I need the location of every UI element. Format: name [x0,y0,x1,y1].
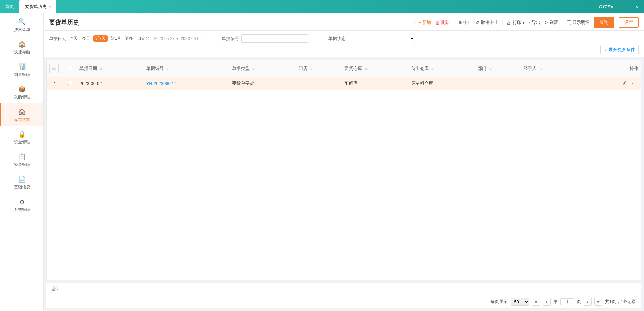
sort-pending-warehouse-icon[interactable]: ⇅ [431,67,434,71]
sidebar-item-inventory[interactable]: 🏠 库存核算 [0,103,43,126]
cell-checkbox[interactable] [63,77,77,90]
settings-button[interactable]: 设置 [619,17,639,28]
sidebar-item-finance[interactable]: 🔒 资金管理 [0,126,43,148]
stop-button[interactable]: ⊗ 中止 [458,19,472,26]
sidebar-item-operations[interactable]: 📋 经营管理 [0,148,43,171]
show-detail-input[interactable] [567,20,571,25]
sort-bill-no-icon[interactable]: ⇅ [166,67,169,71]
page-input[interactable] [560,298,574,305]
add-button[interactable]: ＋ + 新增 [413,19,431,26]
col-bill-type-label: 单据类型 [232,66,250,71]
edit-action-icon[interactable]: 🖊 [621,80,628,87]
col-department-label: 部门 [478,66,486,71]
shortcut-more[interactable]: 更多 [124,35,135,42]
sort-bill-type-icon[interactable]: ⇅ [252,67,255,71]
sort-department-icon[interactable]: ⇅ [489,67,492,71]
divider-1 [454,20,454,25]
data-table: ⚙ 单据日期 ⇅ 单据编号 ⇅ [47,60,641,90]
export-button[interactable]: ↑ 导出 [528,19,541,26]
sidebar-item-inventory-label: 库存核算 [14,117,30,123]
col-store: 门店 ⇅ [296,60,342,77]
status-filter-group: 单据状态 [328,34,415,43]
sidebar: 🔍 搜索菜单 🏠 快捷导航 📊 销售管理 📦 采购管理 🏠 库存核算 🔒 资金管… [0,13,44,311]
stop-icon: ⊗ [458,20,462,25]
first-page-btn[interactable]: « [532,298,540,306]
sort-store-icon[interactable]: ⇅ [310,67,313,71]
quick-nav-icon: 🏠 [18,41,26,48]
refresh-button[interactable]: ↻ 刷新 [544,19,558,26]
tab-bill-history-label: 要货单历史 [25,4,47,10]
expand-button[interactable]: ∨ 展开更多条件 [600,45,639,54]
refresh-icon: ↻ [544,20,548,25]
next-page-btn[interactable]: › [584,298,592,306]
sidebar-item-system[interactable]: ⚙ 系统管理 [0,193,43,216]
table-body: 1 2023-06-02 YH-20230602-4 要货单要货 车间库 原材料… [47,77,641,90]
sidebar-item-quick-nav[interactable]: 🏠 快捷导航 [0,36,43,58]
col-settings[interactable]: ⚙ [47,60,63,77]
sidebar-item-search-menu[interactable]: 🔍 搜索菜单 [0,13,43,36]
footer-summary-label: 合计： [52,286,65,292]
sidebar-item-operations-label: 经营管理 [14,162,30,168]
operations-icon: 📋 [18,153,26,161]
print-icon: 🖨 [507,20,511,25]
bill-no-input[interactable] [241,34,308,43]
print-dropdown-icon[interactable]: ▾ [523,21,524,25]
table-footer: 合计： [46,283,641,295]
bill-no-label: 单据编号 [222,36,239,42]
page-size-select[interactable]: 10 20 50 100 [511,298,529,306]
status-label: 单据状态 [328,36,346,42]
show-detail-checkbox[interactable]: 显示明细 [567,19,590,26]
stop-label: 中止 [463,19,472,26]
sales-icon: 📊 [18,63,26,71]
filter-area: 单据日期 昨天 今天 近7天 近1月 更多 自定义 2023-05-27 至 2… [44,31,644,57]
sidebar-item-search-menu-label: 搜索菜单 [14,27,30,33]
sidebar-item-finance-label: 资金管理 [14,139,30,145]
tab-home[interactable]: 首页 [0,0,19,13]
add-label: + 新增 [419,19,431,26]
col-handler: 经手人 ⇅ [521,60,577,77]
cancel-stop-button[interactable]: ⊘ 取消中止 [476,19,498,26]
maximize-btn[interactable]: □ [628,4,630,9]
sidebar-item-purchase-label: 采购管理 [14,94,30,100]
delete-button[interactable]: 🗑 删除 [435,19,450,26]
query-button[interactable]: 查询 [594,17,614,28]
shortcut-1month[interactable]: 近1月 [110,35,123,42]
minimize-btn[interactable]: — [619,4,623,9]
settings-col-icon[interactable]: ⚙ [49,64,59,73]
delete-icon: 🗑 [435,20,440,25]
col-checkbox[interactable] [63,60,77,77]
select-all-checkbox[interactable] [68,66,72,70]
shortcut-yesterday[interactable]: 昨天 [68,35,79,42]
close-btn[interactable]: ✕ [635,4,639,9]
shortcut-7days[interactable]: 近7天 [93,35,108,42]
delete-action-icon[interactable]: ⋮⋮ [631,80,638,87]
shortcut-today[interactable]: 今天 [80,35,91,42]
print-button[interactable]: 🖨 打印 ▾ [507,19,524,26]
brand-label: OfTEn [599,4,614,9]
sort-handler-icon[interactable]: ⇅ [539,67,542,71]
tab-bill-history[interactable]: 要货单历史 × [19,0,56,13]
status-select[interactable] [348,34,415,43]
content-area: 要货单历史 ＋ + 新增 🗑 删除 ⊗ 中止 ⊘ 取消中止 [44,13,644,311]
window-controls: OfTEn — □ ✕ [594,4,644,9]
col-date-label: 单据日期 [79,66,97,71]
cell-date: 2023-06-02 [77,77,144,90]
toolbar: ＋ + 新增 🗑 删除 ⊗ 中止 ⊘ 取消中止 🖨 [413,17,639,28]
sidebar-item-system-label: 系统管理 [14,207,30,213]
cell-department [475,77,521,90]
finance-icon: 🔒 [18,131,26,138]
expand-row: ∨ 展开更多条件 [49,45,639,54]
shortcut-custom[interactable]: 自定义 [136,35,151,42]
cell-bill-no[interactable]: YH-20230602-4 [144,77,229,90]
sidebar-item-sales[interactable]: 📊 销售管理 [0,58,43,81]
last-page-btn[interactable]: » [594,298,602,306]
row-checkbox[interactable] [68,81,72,85]
close-tab-icon[interactable]: × [49,5,51,9]
sort-req-warehouse-icon[interactable]: ⇅ [365,67,367,71]
prev-page-btn[interactable]: ‹ [543,298,551,306]
sidebar-item-basic[interactable]: 📄 基础信息 [0,171,43,193]
bill-no-link[interactable]: YH-20230602-4 [146,81,177,86]
sidebar-item-quick-nav-label: 快捷导航 [14,49,30,55]
sort-date-icon[interactable]: ⇅ [100,67,102,71]
sidebar-item-purchase[interactable]: 📦 采购管理 [0,81,43,103]
